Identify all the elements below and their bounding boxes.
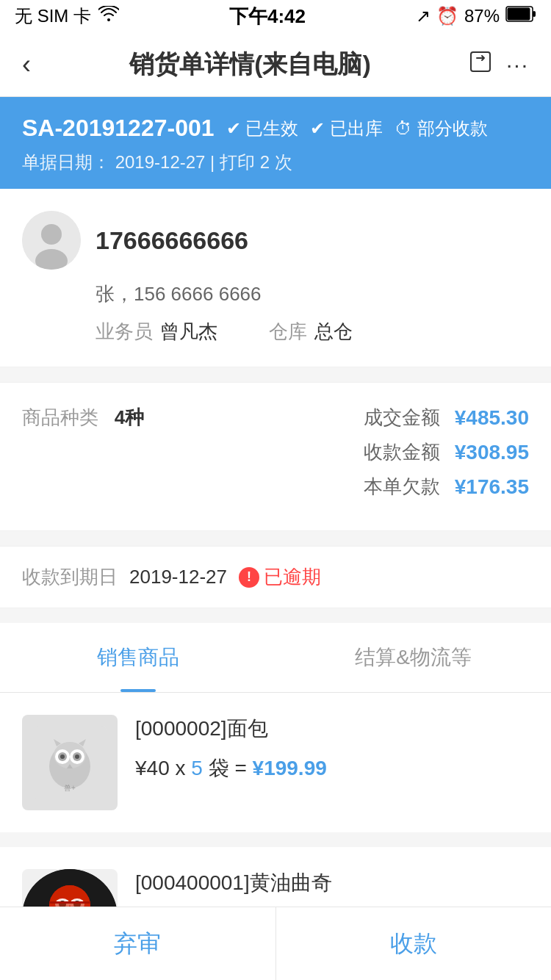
product-thumb-1: 兽+ bbox=[22, 715, 118, 810]
svg-rect-1 bbox=[533, 11, 536, 17]
product-name-1: [0000002]面包 bbox=[135, 715, 529, 743]
price-1: ¥40 bbox=[135, 757, 170, 779]
customer-id: 17666666666 bbox=[96, 226, 248, 255]
warehouse-label: 仓库 bbox=[269, 319, 307, 345]
collect-payment-button[interactable]: 收款 bbox=[276, 907, 552, 980]
badge-partial: ⏱ 部分收款 bbox=[395, 117, 488, 140]
nav-actions: ··· bbox=[469, 51, 529, 78]
status-left: 无 SIM 卡 bbox=[15, 4, 119, 28]
carrier-text: 无 SIM 卡 bbox=[15, 4, 91, 28]
order-meta: 单据日期： 2019-12-27 | 打印 2 次 bbox=[22, 151, 529, 174]
tab-settlement-label: 结算&物流等 bbox=[355, 646, 472, 669]
svg-text:兽+: 兽+ bbox=[64, 784, 76, 792]
status-right: ↗ ⏰ 87% bbox=[416, 6, 536, 26]
overdue-text: 已逾期 bbox=[264, 564, 321, 590]
battery-icon bbox=[505, 6, 536, 26]
customer-detail: 张，156 6666 6666 bbox=[96, 281, 529, 307]
total-1: ¥199.99 bbox=[253, 757, 327, 779]
amount-value: ¥485.30 bbox=[455, 406, 529, 430]
received-value: ¥308.95 bbox=[455, 441, 529, 464]
summary-inner: 商品种类 4种 成交金额 ¥485.30 收款金额 ¥308.95 本单欠款 ¥… bbox=[22, 405, 529, 508]
svg-point-14 bbox=[60, 754, 65, 759]
share-icon[interactable] bbox=[469, 51, 491, 78]
back-button[interactable]: ‹ bbox=[22, 49, 31, 80]
tab-settlement[interactable]: 结算&物流等 bbox=[276, 623, 551, 692]
due-section: 收款到期日 2019-12-27 ! 已逾期 bbox=[0, 546, 551, 608]
received-row: 收款金额 ¥308.95 bbox=[364, 439, 529, 465]
order-header: SA-20191227-001 ✔ 已生效 ✔ 已出库 ⏱ 部分收款 单据日期：… bbox=[0, 97, 551, 189]
tab-sales-label: 销售商品 bbox=[97, 646, 179, 669]
warehouse-value: 总仓 bbox=[314, 319, 353, 345]
confirm-label: 收款 bbox=[390, 928, 437, 960]
unit-1: 袋 bbox=[209, 757, 229, 779]
staff-value: 曾凡杰 bbox=[160, 319, 217, 345]
product-item-1: 兽+ [0000002]面包 ¥40 x 5 袋 = ¥199.99 bbox=[0, 693, 551, 847]
product-info-1: [0000002]面包 ¥40 x 5 袋 = ¥199.99 bbox=[135, 715, 529, 782]
overdue-dot-icon: ! bbox=[239, 567, 259, 588]
tabs-section: 销售商品 结算&物流等 bbox=[0, 623, 551, 693]
order-id-row: SA-20191227-001 ✔ 已生效 ✔ 已出库 ⏱ 部分收款 bbox=[22, 115, 529, 142]
meta-date-label: 单据日期： bbox=[22, 152, 110, 172]
customer-section: 17666666666 张，156 6666 6666 业务员 曾凡杰 仓库 总… bbox=[0, 189, 551, 367]
staff-row: 业务员 曾凡杰 仓库 总仓 bbox=[96, 319, 529, 345]
customer-row: 17666666666 bbox=[22, 211, 529, 270]
overdue-badge: ! 已逾期 bbox=[239, 564, 321, 590]
product-price-1: ¥40 x 5 袋 = ¥199.99 bbox=[135, 754, 529, 782]
page-title: 销货单详情(来自电脑) bbox=[129, 48, 371, 82]
type-count: 4种 bbox=[115, 406, 144, 428]
debt-label: 本单欠款 bbox=[364, 474, 440, 500]
staff-label: 业务员 bbox=[96, 319, 153, 345]
status-time: 下午4:42 bbox=[229, 4, 306, 29]
badge-effective: ✔ 已生效 bbox=[226, 117, 299, 140]
summary-section: 商品种类 4种 成交金额 ¥485.30 收款金额 ¥308.95 本单欠款 ¥… bbox=[0, 382, 551, 531]
amount-label: 成交金额 bbox=[364, 405, 440, 430]
due-date-value: 2019-12-27 bbox=[129, 566, 227, 588]
amount-row: 成交金额 ¥485.30 bbox=[364, 405, 529, 430]
type-label: 商品种类 bbox=[22, 406, 98, 428]
meta-date-value: 2019-12-27 bbox=[115, 152, 206, 172]
due-label: 收款到期日 bbox=[22, 564, 118, 590]
cancel-label: 弃审 bbox=[114, 928, 161, 960]
svg-rect-28 bbox=[49, 901, 90, 904]
debt-value: ¥176.35 bbox=[455, 475, 529, 499]
summary-right: 成交金额 ¥485.30 收款金额 ¥308.95 本单欠款 ¥176.35 bbox=[364, 405, 529, 508]
badge-shipped: ✔ 已出库 bbox=[310, 117, 383, 140]
battery-text: 87% bbox=[464, 6, 500, 26]
product-type-row: 商品种类 4种 bbox=[22, 405, 144, 430]
location-icon: ↗ bbox=[416, 6, 431, 26]
more-icon[interactable]: ··· bbox=[506, 52, 529, 77]
summary-left: 商品种类 4种 bbox=[22, 405, 144, 436]
alarm-icon: ⏰ bbox=[436, 6, 458, 26]
svg-rect-3 bbox=[471, 52, 490, 71]
status-bar: 无 SIM 卡 下午4:42 ↗ ⏰ 87% bbox=[0, 0, 551, 32]
qty-1: 5 bbox=[191, 757, 203, 779]
customer-avatar bbox=[22, 211, 81, 270]
meta-print: | 打印 2 次 bbox=[210, 152, 292, 172]
wifi-icon bbox=[98, 6, 119, 26]
nav-bar: ‹ 销货单详情(来自电脑) ··· bbox=[0, 32, 551, 97]
debt-row: 本单欠款 ¥176.35 bbox=[364, 474, 529, 500]
received-label: 收款金额 bbox=[364, 439, 440, 465]
cancel-review-button[interactable]: 弃审 bbox=[0, 907, 276, 980]
order-id: SA-20191227-001 bbox=[22, 115, 215, 142]
svg-rect-2 bbox=[507, 8, 530, 21]
svg-point-15 bbox=[75, 754, 79, 759]
tab-sales[interactable]: 销售商品 bbox=[0, 623, 276, 692]
svg-point-5 bbox=[41, 224, 62, 245]
product-name-2: [000400001]黄油曲奇 bbox=[135, 869, 529, 897]
bottom-bar: 弃审 收款 bbox=[0, 907, 551, 980]
